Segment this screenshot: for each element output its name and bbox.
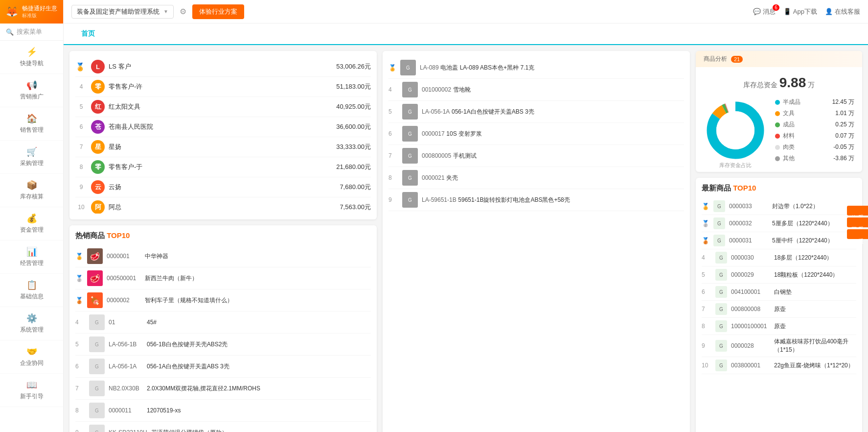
tab-home[interactable]: 首页 xyxy=(71,24,105,45)
top-product-info-2: 001000002 雪地靴 xyxy=(422,86,684,94)
sidebar-item-sales[interactable]: 🏠 销售管理 xyxy=(0,107,63,141)
hot-rank-5: 5 xyxy=(75,341,85,348)
rank-amount-2: 51,183.00元 xyxy=(336,82,371,91)
basics-label: 基础信息 xyxy=(20,292,44,301)
hot-rank-7: 7 xyxy=(75,385,85,392)
top-name-1: 电池盖 LA-089 ABS本色+黑种 7.1克 xyxy=(440,64,534,71)
newest-products-title: 最新商品 TOP10 xyxy=(702,184,856,193)
newest-row-6: 6 G 004100001 白钢垫 xyxy=(702,284,856,301)
newest-code-3: 0000031 xyxy=(729,237,768,244)
rank-name-1: LS 客户 xyxy=(109,62,336,71)
hot-rank-9: 9 xyxy=(75,429,85,432)
rank-name-7: 云扬 xyxy=(109,183,340,192)
newest-name-9: 体臧嘉枝味苏打饮品400毫升（1*15） xyxy=(774,337,856,354)
newest-rank-10: 10 xyxy=(702,362,711,369)
rank-name-3: 红太阳文具 xyxy=(109,102,336,111)
newest-row-2: 🥈 G 0000032 5厘多层（1220*2440） xyxy=(702,215,856,232)
top-code-1: LA-089 xyxy=(420,64,439,71)
hot-code-2: 000500001 xyxy=(107,275,141,282)
sidebar-item-inventory[interactable]: 📦 库存核算 xyxy=(0,174,63,207)
legend-item-2: 成品 0.25 万 xyxy=(775,119,854,130)
sidebar-item-marketing[interactable]: 📢 营销推广 xyxy=(0,74,63,107)
cs-sidebar: 客服热线 服务社区 直播 xyxy=(847,206,868,239)
ranking-row-3: 5 红 红太阳文具 40,925.00元 xyxy=(75,97,371,117)
top-product-img-7: G xyxy=(402,192,418,208)
legend-name-5: 其他 xyxy=(783,154,795,163)
rank-badge-1: L xyxy=(91,60,105,73)
message-button[interactable]: 💬 消息 6 xyxy=(753,7,776,16)
operations-label: 经营管理 xyxy=(20,259,44,267)
trial-button[interactable]: 体验行业方案 xyxy=(192,4,244,19)
cs-community-button[interactable]: 服务社区 xyxy=(847,217,868,227)
rank-num-2: 4 xyxy=(75,83,87,90)
inventory-chart-area: 库存资金占比 半成品 12.45 万 xyxy=(704,96,854,164)
content-area: 🏅 L LS 客户 53,006.26元 4 零 零售客户-许 51,183.0… xyxy=(64,45,868,432)
newest-code-2: 0000032 xyxy=(729,220,768,227)
app-download-button[interactable]: 📱 App下载 xyxy=(783,7,817,16)
inventory-total-label: 库存总资金 xyxy=(743,81,777,89)
app-logo: 🦊 畅捷通好生意 标准版 xyxy=(0,0,63,24)
hot-product-6: 6 G LA-056-1A 056-1A白色按键开关盖ABS 3壳 xyxy=(75,356,371,378)
cs-live-button[interactable]: 直播 xyxy=(847,229,868,239)
newest-name-2: 5厘多层（1220*2440） xyxy=(772,219,856,228)
cs-hotline-button[interactable]: 客服热线 xyxy=(847,206,868,216)
newest-img-4: G xyxy=(715,252,727,264)
newest-img-10: G xyxy=(715,360,727,371)
newest-code-1: 0000033 xyxy=(729,203,768,210)
inventory-icon: 📦 xyxy=(26,180,37,191)
newest-row-5: 5 G 0000029 18颗粒板（1220*2440） xyxy=(702,266,856,284)
sidebar-item-finance[interactable]: 💰 资金管理 xyxy=(0,207,63,240)
operations-icon: 📊 xyxy=(26,246,37,257)
sidebar-item-guide[interactable]: 📖 新手引导 xyxy=(0,374,63,407)
legend-name-3: 材料 xyxy=(783,132,795,140)
inventory-section: 商品分析 21 库存总资金 9.88 万 xyxy=(696,51,862,172)
marketing-icon: 📢 xyxy=(26,80,37,91)
system-label: 系统管理 xyxy=(20,326,44,334)
newest-medal-3: 🥉 xyxy=(702,237,709,244)
online-service-button[interactable]: 👤 在线客服 xyxy=(825,7,860,16)
hot-product-9: 9 G KK-SD22110H 花语萌侣温分碟罐袋（厚款） xyxy=(75,422,371,432)
legend-dot-1 xyxy=(775,111,780,116)
hot-products-list: 🏅 🥩 0000001 中华神器 🥈 🥩 000500001 新西兰 xyxy=(75,245,371,432)
column-3: 商品分析 21 库存总资金 9.88 万 xyxy=(696,51,862,432)
rank-amount-7: 7,680.00元 xyxy=(340,183,371,192)
rank-name-8: 阿总 xyxy=(109,203,340,212)
system-selector[interactable]: 装备及固定资产辅助管理系统 ▼ xyxy=(71,5,174,19)
newest-name-10: 22g鱼豆腐-烧烤味（1*12*20） xyxy=(774,361,856,370)
sidebar-item-quick-nav[interactable]: ⚡ 快捷导航 xyxy=(0,41,63,74)
newest-code-5: 0000029 xyxy=(731,271,770,278)
rank-name-2: 零售客户-许 xyxy=(109,82,336,91)
top-name-6: 夹壳 xyxy=(446,174,458,181)
newest-row-3: 🥉 G 0000031 5厘中纤（1220*2440） xyxy=(702,232,856,249)
hot-name-3: 智利车子里（规格不知道填什么） xyxy=(145,296,371,305)
logo-icon: 🦊 xyxy=(6,5,18,19)
newest-row-7: 7 G 000800008 原壶 xyxy=(702,301,856,318)
rank-badge-5: 星 xyxy=(91,140,105,154)
sidebar-item-purchase[interactable]: 🛒 采购管理 xyxy=(0,141,63,174)
newest-row-8: 8 G 10000100001 原壶 xyxy=(702,318,856,335)
top-product-img-2: G xyxy=(402,82,418,97)
hot-code-3: 0000002 xyxy=(107,297,141,304)
top-product-img-6: G xyxy=(402,170,418,186)
hot-products-title: 热销商品 TOP10 xyxy=(75,231,371,240)
sidebar-item-enterprise[interactable]: 🤝 企业协同 xyxy=(0,340,63,374)
rank-amount-6: 21,680.00元 xyxy=(336,163,371,171)
inventory-count: 21 xyxy=(731,56,743,63)
sidebar-item-basics[interactable]: 📋 基础信息 xyxy=(0,274,63,307)
legend-value-1: 1.01 万 xyxy=(835,109,854,118)
top-code-3: LA-056-1A xyxy=(422,108,450,115)
top-name-5: 手机测试 xyxy=(453,152,477,159)
newest-name-1: 封边带（1.0*22） xyxy=(772,202,856,211)
search-menu-item[interactable]: 🔍 搜索菜单 xyxy=(0,24,63,41)
legend-dot-0 xyxy=(775,100,780,105)
newest-products-card: 最新商品 TOP10 🏅 G 0000033 封边带（1.0*22） 🥈 G 0… xyxy=(696,178,862,432)
sidebar-item-system[interactable]: ⚙️ 系统管理 xyxy=(0,307,63,340)
newest-row-4: 4 G 0000030 18多层（1220*2440） xyxy=(702,249,856,266)
hot-medal-3: 🥉 xyxy=(75,297,83,304)
sidebar-item-operations[interactable]: 📊 经营管理 xyxy=(0,240,63,274)
top-name-7: 59651-1B旋转投影灯电池盒ABS黑色+58壳 xyxy=(458,196,570,203)
top-product-info-5: 000800005 手机测试 xyxy=(422,152,684,160)
hot-product-8: 8 G 0000011 12070519-xs xyxy=(75,400,371,422)
gear-icon[interactable]: ⚙ xyxy=(180,7,186,16)
top-code-2: 001000002 xyxy=(422,86,451,93)
